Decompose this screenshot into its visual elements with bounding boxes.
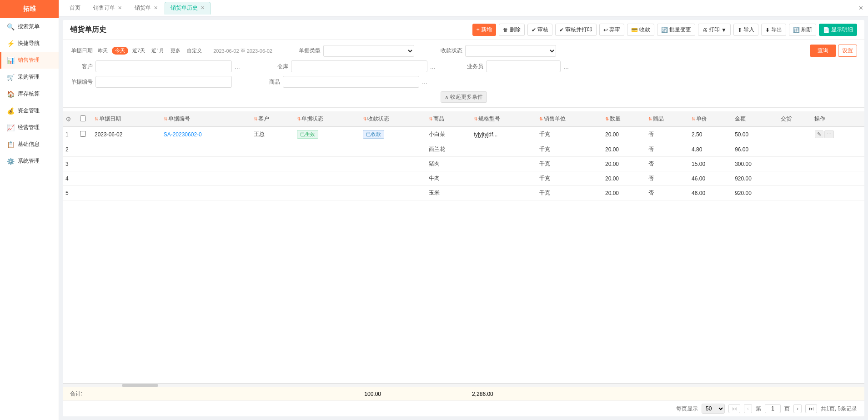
sort-spec[interactable]: ⇅ 规格型号 [474, 115, 534, 123]
sort-customer[interactable]: ⇅ 客户 [254, 115, 291, 123]
audit-button[interactable]: ✔ 审核 [527, 24, 552, 36]
tab-sales-history[interactable]: 销货单历史 ✕ [165, 2, 211, 15]
cell-payment-status [360, 157, 426, 171]
settings-icon[interactable]: ⚙ [65, 115, 71, 123]
date-btn-1month[interactable]: 近1月 [149, 47, 166, 55]
col-transaction: 交货 [778, 111, 812, 127]
doc-type-select[interactable] [323, 45, 414, 57]
goods-dots[interactable]: ... [422, 78, 427, 85]
batch-change-icon: 🔄 [661, 27, 668, 33]
warehouse-dots[interactable]: ... [430, 63, 436, 70]
warehouse-input[interactable] [291, 60, 427, 72]
tab-sales-order-close[interactable]: ✕ [118, 5, 122, 11]
date-btn-today[interactable]: 今天 [112, 47, 128, 55]
cell-payment-status [360, 171, 426, 186]
payment-status-select[interactable] [465, 45, 556, 57]
cell-doc-status [294, 142, 360, 157]
date-btn-custom[interactable]: 自定义 [185, 47, 204, 55]
salesperson-input[interactable] [486, 60, 561, 72]
settings-button[interactable]: 设置 [838, 45, 857, 57]
scrollbar-area[interactable] [63, 383, 864, 387]
query-button[interactable]: 查询 [810, 45, 836, 57]
sort-sales-unit[interactable]: ⇅ 销售单位 [539, 115, 600, 123]
page-number-input[interactable] [765, 404, 781, 413]
cell-checkbox[interactable] [77, 186, 92, 200]
salesperson-label: 业务员 [461, 63, 483, 70]
sidebar-item-base-info[interactable]: 📋 基础信息 [0, 136, 59, 153]
sidebar-item-operations[interactable]: 📈 经营管理 [0, 119, 59, 136]
tab-sales-history-close[interactable]: ✕ [201, 5, 205, 11]
cell-checkbox[interactable] [77, 157, 92, 171]
print-dropdown-icon: ▼ [721, 27, 727, 33]
page-size-select[interactable]: 50 100 [702, 404, 725, 414]
batch-change-button[interactable]: 🔄 批量变更 [657, 24, 695, 36]
per-page-label: 每页显示 [676, 405, 698, 413]
summary-row: 合计: 100.00 2,286.00 [63, 387, 864, 400]
goods-input[interactable] [283, 76, 419, 88]
sidebar-item-sys-mgmt[interactable]: ⚙️ 系统管理 [0, 153, 59, 170]
date-btn-yesterday[interactable]: 昨天 [95, 47, 110, 55]
select-all-checkbox[interactable] [80, 115, 86, 121]
collapse-icon: ∧ [445, 94, 449, 100]
delete-button[interactable]: 🗑 删除 [499, 24, 525, 36]
date-btn-more[interactable]: 更多 [168, 47, 183, 55]
salesperson-dots[interactable]: ... [563, 63, 569, 70]
date-btn-7days[interactable]: 近7天 [130, 47, 147, 55]
show-detail-button[interactable]: 📄 显示明细 [819, 24, 857, 36]
customer-dots[interactable]: ... [235, 63, 240, 70]
doc-no-input[interactable] [95, 76, 232, 88]
cell-actions [812, 157, 864, 171]
tab-sales-delivery-close[interactable]: ✕ [154, 5, 158, 11]
sort-doc-status[interactable]: ⇅ 单据状态 [297, 115, 357, 123]
sort-goods[interactable]: ⇅ 商品 [429, 115, 468, 123]
print-button[interactable]: 🖨 打印 ▼ [698, 24, 731, 36]
sidebar-item-quick-nav[interactable]: ⚡ 快捷导航 [0, 35, 59, 52]
tab-home[interactable]: 首页 [64, 2, 86, 15]
cell-checkbox[interactable] [77, 171, 92, 186]
sort-quantity[interactable]: ⇅ 数量 [605, 115, 643, 123]
delete-icon: 🗑 [503, 27, 508, 33]
next-page-button[interactable]: › [793, 404, 802, 413]
cell-customer [251, 142, 294, 157]
scrollbar-thumb[interactable] [122, 384, 158, 387]
import-button[interactable]: ⬆ 导入 [733, 24, 758, 36]
sort-payment-status[interactable]: ⇅ 收款状态 [363, 115, 423, 123]
collect-button[interactable]: 💳 收款 [627, 24, 654, 36]
sidebar-item-finance[interactable]: 💰 资金管理 [0, 102, 59, 119]
new-button[interactable]: + 新增 [472, 24, 496, 36]
prev-page-button[interactable]: ‹ [744, 404, 752, 413]
sidebar-item-inventory[interactable]: 🏠 库存核算 [0, 85, 59, 102]
sidebar-item-purchase[interactable]: 🛒 采购管理 [0, 69, 59, 85]
cell-checkbox[interactable] [77, 127, 92, 142]
sidebar-item-sales[interactable]: 📊 销售管理 [0, 52, 59, 69]
sort-unit-price[interactable]: ⇅ 单价 [692, 115, 729, 123]
more-action-btn[interactable]: ⋯ [824, 130, 834, 138]
customer-input[interactable] [95, 60, 232, 72]
cell-quantity: 20.00 [602, 186, 646, 200]
cell-actions: ✎⋯ [812, 127, 864, 142]
sort-doc-date[interactable]: ⇅ 单据日期 [95, 115, 158, 123]
sort-icon: ⇅ [474, 116, 477, 121]
summary-amount: 2,286.00 [472, 391, 493, 397]
sort-icon: ⇅ [297, 116, 301, 121]
collapse-button[interactable]: ∧ 收起更多条件 [441, 91, 487, 103]
abandon-button[interactable]: ↩ 弃审 [599, 24, 624, 36]
tab-sales-order[interactable]: 销售订单 ✕ [87, 2, 128, 15]
cell-doc-date [92, 142, 161, 157]
export-button[interactable]: ⬇ 导出 [761, 24, 786, 36]
first-page-button[interactable]: ⏮ [728, 404, 740, 413]
tab-close-all[interactable]: ✕ [858, 5, 863, 11]
audit-print-button[interactable]: ✔ 审核并打印 [555, 24, 597, 36]
sort-gift[interactable]: ⇅ 赠品 [648, 115, 686, 123]
doc-no-link[interactable]: SA-20230602-0 [164, 131, 202, 138]
refresh-button[interactable]: 🔃 刷新 [789, 24, 816, 36]
cell-payment-status [360, 142, 426, 157]
table-row: 3 猪肉 千克 20.00 否 15.00 300.00 [63, 157, 864, 171]
tab-sales-delivery[interactable]: 销货单 ✕ [129, 2, 164, 15]
sort-doc-no[interactable]: ⇅ 单据编号 [164, 115, 249, 123]
sidebar-item-search[interactable]: 🔍 搜索菜单 [0, 18, 59, 35]
edit-action-btn[interactable]: ✎ [815, 130, 823, 138]
date-range-display: 2023-06-02 至 2023-06-02 [213, 48, 272, 55]
cell-checkbox[interactable] [77, 142, 92, 157]
last-page-button[interactable]: ⏭ [805, 404, 817, 413]
